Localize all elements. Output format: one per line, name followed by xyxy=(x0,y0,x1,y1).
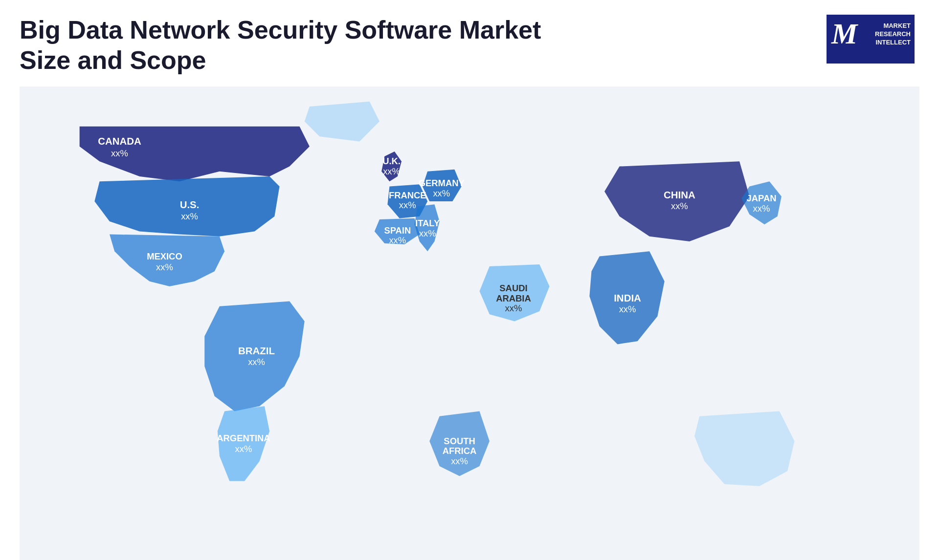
svg-text:U.S.: U.S. xyxy=(180,199,200,210)
logo-box: M MARKETRESEARCHINTELLECT xyxy=(827,15,915,64)
svg-text:ITALY: ITALY xyxy=(415,218,440,228)
svg-text:CANADA: CANADA xyxy=(98,135,141,146)
world-map-container: CANADA xx% U.S. xx% MEXICO xx% BRAZIL xx… xyxy=(20,86,919,560)
svg-text:FRANCE: FRANCE xyxy=(389,190,426,200)
svg-text:INDIA: INDIA xyxy=(614,292,641,303)
header: Big Data Network Security Software Marke… xyxy=(0,0,939,81)
top-section: CANADA xx% U.S. xx% MEXICO xx% BRAZIL xx… xyxy=(0,86,939,330)
svg-text:xx%: xx% xyxy=(181,211,198,221)
svg-text:SPAIN: SPAIN xyxy=(384,225,411,235)
svg-text:CHINA: CHINA xyxy=(664,189,695,200)
svg-text:GERMANY: GERMANY xyxy=(419,178,465,188)
svg-text:xx%: xx% xyxy=(451,456,468,466)
logo-area: M MARKETRESEARCHINTELLECT xyxy=(822,15,919,64)
svg-text:xx%: xx% xyxy=(505,303,522,313)
svg-text:xx%: xx% xyxy=(419,228,436,238)
svg-text:xx%: xx% xyxy=(156,262,173,272)
svg-text:ARGENTINA: ARGENTINA xyxy=(217,433,270,443)
logo-text: MARKETRESEARCHINTELLECT xyxy=(875,22,911,47)
svg-text:xx%: xx% xyxy=(235,444,252,454)
svg-text:ARABIA: ARABIA xyxy=(496,293,531,303)
svg-text:xx%: xx% xyxy=(111,148,128,158)
page-title: Big Data Network Security Software Marke… xyxy=(20,15,558,76)
svg-text:MEXICO: MEXICO xyxy=(147,251,182,261)
svg-text:BRAZIL: BRAZIL xyxy=(238,345,275,356)
svg-text:xx%: xx% xyxy=(399,200,416,210)
svg-text:xx%: xx% xyxy=(619,304,636,314)
svg-text:xx%: xx% xyxy=(389,235,406,245)
svg-text:JAPAN: JAPAN xyxy=(746,193,776,203)
world-map-svg: CANADA xx% U.S. xx% MEXICO xx% BRAZIL xx… xyxy=(20,86,919,560)
logo-letter: M xyxy=(831,17,857,51)
svg-text:xx%: xx% xyxy=(248,357,265,367)
svg-text:SAUDI: SAUDI xyxy=(499,283,527,293)
svg-text:xx%: xx% xyxy=(383,166,400,176)
svg-text:U.K.: U.K. xyxy=(382,156,401,166)
svg-text:xx%: xx% xyxy=(433,188,450,198)
svg-text:xx%: xx% xyxy=(671,201,688,211)
svg-text:AFRICA: AFRICA xyxy=(443,446,476,456)
svg-text:SOUTH: SOUTH xyxy=(444,436,475,446)
svg-text:xx%: xx% xyxy=(753,203,770,213)
